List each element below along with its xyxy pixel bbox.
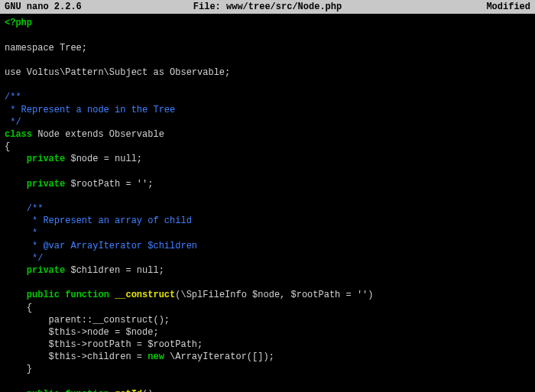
app-name: GNU nano 2.2.6 <box>5 1 82 13</box>
code-line: } <box>27 364 32 374</box>
editor-area[interactable]: <?php namespace Tree; use Voltus\Pattern… <box>0 14 535 392</box>
code-line: Node extends Observable <box>32 129 164 140</box>
code-line: $this->rootPath = $rootPath; <box>49 339 203 350</box>
php-open-tag: <?php <box>5 18 32 28</box>
code-comment: * Represent a node in the Tree <box>5 105 175 115</box>
code-line: { <box>27 303 32 313</box>
function-name: __construct <box>109 290 175 300</box>
code-line: $children = null; <box>65 265 164 276</box>
keyword-private: private <box>27 154 65 164</box>
keyword-new: new <box>148 352 164 362</box>
code-line: $rootPath = ''; <box>65 179 153 190</box>
modified-status: Modified <box>486 1 530 13</box>
code-line: use Voltus\Pattern\Subject as Observable… <box>5 67 230 78</box>
code-line: \ArrayIterator([]); <box>164 352 274 362</box>
code-comment: * Represent an array of child <box>32 215 192 226</box>
code-comment: * @var ArrayIterator $children <box>32 241 197 251</box>
code-line: () <box>142 389 153 392</box>
code-line: { <box>5 141 10 152</box>
code-comment: /** <box>5 92 21 102</box>
code-comment: */ <box>5 117 21 128</box>
keyword-public: public <box>27 389 60 392</box>
code-line: $this->node = $node; <box>49 327 159 338</box>
keyword-function: function <box>60 389 109 392</box>
code-line: $this->children = <box>49 352 148 362</box>
code-comment: * <box>32 228 37 238</box>
keyword-private: private <box>27 179 65 190</box>
code-comment: */ <box>32 253 43 264</box>
code-comment: /** <box>27 203 44 214</box>
function-name: getId <box>109 389 142 392</box>
keyword-private: private <box>27 265 65 276</box>
code-line: $node = null; <box>65 154 142 164</box>
keyword-class: class <box>5 129 32 140</box>
keyword-public: public <box>27 290 60 300</box>
code-line: namespace Tree; <box>5 43 87 53</box>
titlebar: GNU nano 2.2.6 File: www/tree/src/Node.p… <box>0 0 535 14</box>
keyword-function: function <box>60 290 109 300</box>
code-line: (\SplFileInfo $node, $rootPath = '') <box>175 290 373 300</box>
code-line: parent::__construct(); <box>49 315 170 326</box>
file-label: File: www/tree/src/Node.php <box>193 1 342 13</box>
